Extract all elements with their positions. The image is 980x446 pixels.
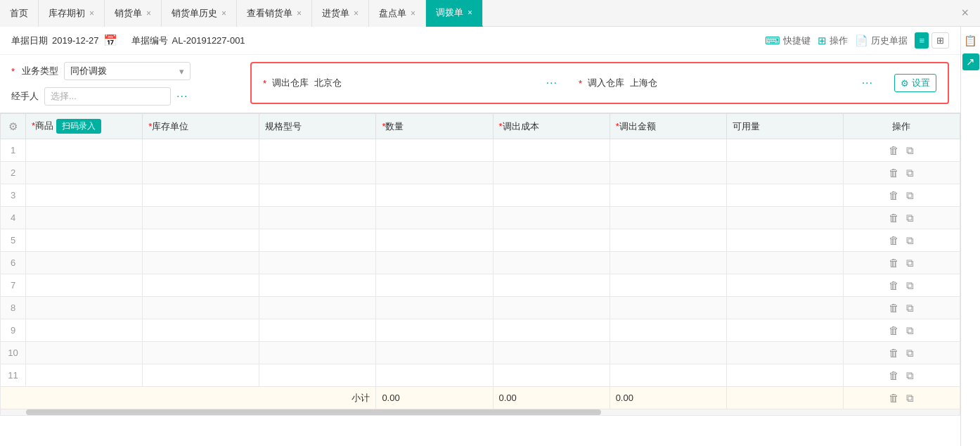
row-amount-1[interactable] <box>610 139 726 162</box>
warehouse-in-more-button[interactable]: ··· <box>862 77 873 89</box>
row-qty-11[interactable] <box>376 364 493 387</box>
row-unit-11[interactable] <box>143 364 259 387</box>
handler-more-button[interactable]: ··· <box>176 90 188 103</box>
delete-row-11-button[interactable]: 🗑 <box>887 369 901 381</box>
row-amount-3[interactable] <box>610 184 726 207</box>
row-amount-11[interactable] <box>610 364 726 387</box>
tab-sales-order[interactable]: 销货单 × <box>105 0 162 27</box>
row-amount-8[interactable] <box>610 297 726 319</box>
row-qty-1[interactable] <box>376 139 493 162</box>
row-available-9[interactable] <box>726 319 843 342</box>
row-spec-9[interactable] <box>259 319 376 342</box>
copy-row-1-button[interactable]: ⧉ <box>905 144 915 157</box>
row-spec-5[interactable] <box>259 229 376 252</box>
row-available-7[interactable] <box>726 274 843 297</box>
warehouse-out-more-button[interactable]: ··· <box>546 77 557 89</box>
row-qty-2[interactable] <box>376 162 493 184</box>
sidebar-note-button[interactable]: 📋 <box>962 32 979 49</box>
subtotal-delete-button[interactable]: 🗑 <box>887 392 901 404</box>
row-cost-5[interactable] <box>493 229 610 252</box>
delete-row-8-button[interactable]: 🗑 <box>887 302 901 314</box>
tab-sales-order-close[interactable]: × <box>146 8 151 18</box>
calendar-icon[interactable]: 📅 <box>103 34 117 47</box>
copy-row-8-button[interactable]: ⧉ <box>905 302 915 314</box>
row-cost-8[interactable] <box>493 297 610 319</box>
delete-row-4-button[interactable]: 🗑 <box>887 212 901 224</box>
row-product-3[interactable] <box>26 184 143 207</box>
handler-select[interactable]: 选择... <box>44 87 171 106</box>
list-view-button[interactable]: ≡ <box>915 32 929 49</box>
scrollbar-row[interactable] <box>1 409 960 416</box>
row-spec-11[interactable] <box>259 364 376 387</box>
subtotal-copy-button[interactable]: ⧉ <box>905 392 915 404</box>
row-spec-8[interactable] <box>259 297 376 319</box>
row-spec-7[interactable] <box>259 274 376 297</box>
row-product-5[interactable] <box>26 229 143 252</box>
delete-row-10-button[interactable]: 🗑 <box>887 347 901 359</box>
row-amount-9[interactable] <box>610 319 726 342</box>
row-cost-10[interactable] <box>493 342 610 364</box>
copy-row-7-button[interactable]: ⧉ <box>905 279 915 292</box>
tab-transfer[interactable]: 调拨单 × <box>426 0 483 27</box>
shortcuts-button[interactable]: ⌨ 快捷键 <box>765 34 811 47</box>
tab-stocktake[interactable]: 盘点单 × <box>369 0 426 27</box>
row-qty-7[interactable] <box>376 274 493 297</box>
row-spec-3[interactable] <box>259 184 376 207</box>
delete-row-2-button[interactable]: 🗑 <box>887 167 901 179</box>
row-product-1[interactable] <box>26 139 143 162</box>
row-product-7[interactable] <box>26 274 143 297</box>
row-available-6[interactable] <box>726 252 843 274</box>
tab-home[interactable]: 首页 <box>0 0 39 27</box>
row-amount-10[interactable] <box>610 342 726 364</box>
row-unit-7[interactable] <box>143 274 259 297</box>
row-qty-6[interactable] <box>376 252 493 274</box>
scrollbar[interactable] <box>1 409 960 416</box>
row-product-9[interactable] <box>26 319 143 342</box>
row-available-3[interactable] <box>726 184 843 207</box>
row-available-1[interactable] <box>726 139 843 162</box>
delete-row-9-button[interactable]: 🗑 <box>887 324 901 336</box>
row-amount-6[interactable] <box>610 252 726 274</box>
row-spec-1[interactable] <box>259 139 376 162</box>
row-qty-9[interactable] <box>376 319 493 342</box>
copy-row-5-button[interactable]: ⧉ <box>905 234 915 247</box>
tab-stocktake-close[interactable]: × <box>411 8 415 18</box>
row-cost-1[interactable] <box>493 139 610 162</box>
row-cost-7[interactable] <box>493 274 610 297</box>
row-qty-5[interactable] <box>376 229 493 252</box>
row-product-8[interactable] <box>26 297 143 319</box>
grid-view-button[interactable]: ⊞ <box>931 32 949 49</box>
row-cost-2[interactable] <box>493 162 610 184</box>
row-spec-2[interactable] <box>259 162 376 184</box>
copy-row-6-button[interactable]: ⧉ <box>905 257 915 269</box>
delete-row-1-button[interactable]: 🗑 <box>887 144 901 156</box>
tab-purchase[interactable]: 进货单 × <box>312 0 369 27</box>
row-unit-4[interactable] <box>143 207 259 229</box>
tab-view-sales-close[interactable]: × <box>297 8 302 18</box>
row-product-6[interactable] <box>26 252 143 274</box>
tab-inventory-init-close[interactable]: × <box>89 8 94 18</box>
row-qty-4[interactable] <box>376 207 493 229</box>
tab-sales-history-close[interactable]: × <box>221 8 226 18</box>
row-available-5[interactable] <box>726 229 843 252</box>
row-qty-10[interactable] <box>376 342 493 364</box>
row-amount-5[interactable] <box>610 229 726 252</box>
row-unit-5[interactable] <box>143 229 259 252</box>
copy-row-10-button[interactable]: ⧉ <box>905 347 915 359</box>
copy-row-9-button[interactable]: ⧉ <box>905 324 915 337</box>
tab-purchase-close[interactable]: × <box>354 8 359 18</box>
row-cost-9[interactable] <box>493 319 610 342</box>
row-unit-6[interactable] <box>143 252 259 274</box>
history-button[interactable]: 📄 历史单据 <box>855 34 908 47</box>
row-product-11[interactable] <box>26 364 143 387</box>
delete-row-7-button[interactable]: 🗑 <box>887 279 901 291</box>
row-unit-2[interactable] <box>143 162 259 184</box>
row-cost-11[interactable] <box>493 364 610 387</box>
row-cost-4[interactable] <box>493 207 610 229</box>
copy-row-3-button[interactable]: ⧉ <box>905 189 915 202</box>
row-available-2[interactable] <box>726 162 843 184</box>
delete-row-6-button[interactable]: 🗑 <box>887 257 901 269</box>
tab-inventory-init[interactable]: 库存期初 × <box>39 0 105 27</box>
tab-view-sales[interactable]: 查看销货单 × <box>237 0 312 27</box>
row-qty-8[interactable] <box>376 297 493 319</box>
